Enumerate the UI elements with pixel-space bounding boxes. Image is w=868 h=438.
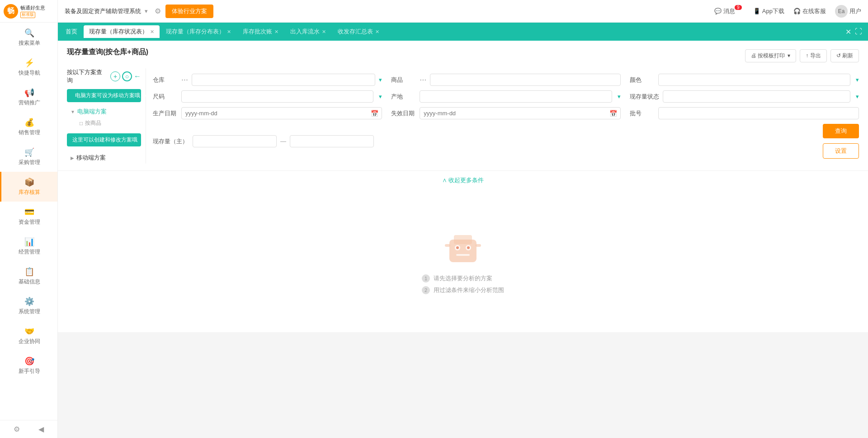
warehouse-input[interactable]	[192, 74, 375, 86]
origin-input[interactable]	[420, 90, 612, 103]
topbar: 装备及固定资产辅助管理系统 ▾ ⚙ 体验行业方案 💬 消息 9 📱 App下载 …	[58, 0, 868, 23]
batch-label: 批号	[630, 109, 655, 118]
svg-rect-6	[456, 254, 470, 256]
sidebar-item-guide[interactable]: 🎯 新手引导	[0, 351, 57, 381]
tree-node-pc[interactable]: ▼ 电脑端方案	[67, 106, 141, 118]
expire-date-label: 失效日期	[391, 109, 416, 118]
sidebar-item-sales[interactable]: 💰 销售管理	[0, 112, 57, 142]
expire-date-input[interactable]	[420, 107, 620, 119]
tab-home[interactable]: 首页	[60, 25, 83, 38]
size-field: 尺码 ▾	[153, 90, 382, 103]
stock-qty-min-input[interactable]	[193, 135, 277, 147]
prod-date-input[interactable]	[181, 107, 382, 119]
svg-point-4	[456, 246, 459, 249]
purchase-icon: 🛒	[24, 147, 34, 157]
warehouse-dropdown-icon[interactable]: ▾	[379, 76, 382, 83]
warehouse-field: 仓库 ··· ▾	[153, 74, 382, 86]
hint-num-1: 1	[422, 274, 430, 283]
prod-date-field: 生产日期 📅	[153, 107, 382, 119]
stock-qty-max-input[interactable]	[290, 135, 374, 147]
sidebar-item-basic[interactable]: 📋 基础信息	[0, 261, 57, 291]
settings-bottom-icon[interactable]: ⚙	[14, 425, 20, 433]
user-menu[interactable]: Ea 用户	[835, 5, 861, 18]
system-selector[interactable]: 装备及固定资产辅助管理系统 ▾	[65, 7, 148, 15]
print-btn[interactable]: 🖨 按模板打印 ▾	[745, 49, 797, 62]
search-btns: 查询 设置	[823, 124, 859, 159]
tab-fullscreen-icon[interactable]: ⛶	[855, 28, 862, 36]
export-btn[interactable]: ↑ 导出	[800, 49, 826, 62]
marketing-icon: 📢	[24, 88, 34, 98]
sidebar-item-system[interactable]: ⚙️ 系统管理	[0, 291, 57, 321]
refresh-btn[interactable]: ↺ 刷新	[830, 49, 859, 62]
sidebar-item-search[interactable]: 🔍 搜索菜单	[0, 23, 57, 52]
svg-rect-8	[476, 244, 481, 247]
stock-qty-range: —	[193, 135, 374, 147]
query-section: 现存量查询(按仓库+商品) 🖨 按模板打印 ▾ ↑ 导出 ↺ 刷新	[58, 41, 868, 170]
edit-scheme-btn[interactable]: ○	[122, 71, 132, 81]
batch-input[interactable]	[658, 107, 859, 119]
tooltip2-close-btn[interactable]: ✕	[140, 137, 146, 144]
stock-status-input[interactable]	[663, 90, 850, 103]
tab-close-summary[interactable]: ✕	[375, 29, 379, 35]
basic-icon: 📋	[24, 267, 34, 277]
origin-dropdown-icon[interactable]: ▾	[618, 93, 621, 100]
sidebar-item-purchase[interactable]: 🛒 采购管理	[0, 142, 57, 172]
reset-btn[interactable]: 设置	[823, 143, 859, 159]
tab-close-stock-dist[interactable]: ✕	[227, 29, 231, 35]
nav-icon: ⚡	[24, 58, 34, 68]
size-input[interactable]	[181, 90, 373, 103]
size-dropdown-icon[interactable]: ▾	[379, 93, 382, 100]
sidebar-bottom: ⚙ ◀	[0, 420, 57, 438]
sidebar-item-finance[interactable]: 💳 资金管理	[0, 202, 57, 231]
app-download-btn[interactable]: 📱 App下载	[753, 7, 784, 15]
tooltip1-close-btn[interactable]: ✕	[143, 92, 148, 99]
industry-btn[interactable]: 体验行业方案	[165, 5, 213, 18]
online-support-btn[interactable]: 🎧 在线客服	[793, 7, 826, 15]
sidebar-nav: 🔍 搜索菜单 ⚡ 快捷导航 📢 营销推广 💰 销售管理 🛒 采购管理 📦 库存核…	[0, 23, 57, 420]
tree-node-goods[interactable]: □ 按商品	[76, 118, 141, 129]
settings-gear-icon[interactable]: ⚙	[155, 7, 161, 15]
sidebar-logo: 畅 畅通好生意 标准版	[0, 0, 57, 23]
tab-close-stock-status[interactable]: ✕	[150, 29, 154, 35]
collapse-sidebar-icon[interactable]: ◀	[38, 425, 44, 433]
stock-qty-label: 现存量（主）	[153, 137, 189, 146]
refresh-icon: ↺	[836, 52, 842, 59]
tab-stock-status[interactable]: 现存量（库存状况表） ✕	[84, 25, 160, 38]
tab-batch[interactable]: 库存批次账 ✕	[237, 25, 284, 38]
hint-item-2: 2 用过滤条件来缩小分析范围	[422, 284, 504, 296]
svg-point-5	[467, 246, 470, 249]
tab-close-batch[interactable]: ✕	[274, 29, 278, 35]
expire-date-wrap: 📅	[420, 107, 620, 119]
tab-flow[interactable]: 出入库流水 ✕	[285, 25, 331, 38]
filter-arrow-icon[interactable]: ←	[134, 72, 141, 80]
sidebar: 畅 畅通好生意 标准版 🔍 搜索菜单 ⚡ 快捷导航 📢 营销推广 💰 销售管理 …	[0, 0, 58, 438]
message-btn[interactable]: 💬 消息 9	[714, 7, 744, 15]
tab-close-all-icon[interactable]: ✕	[845, 28, 851, 36]
tree-node-mobile[interactable]: ▶ 移动端方案	[67, 152, 141, 164]
tab-close-flow[interactable]: ✕	[322, 29, 326, 35]
collapse-more-btn[interactable]: ∧ 收起更多条件	[58, 170, 868, 190]
expire-date-calendar-icon: 📅	[609, 110, 617, 117]
stock-status-field: 现存量状态 ▾	[630, 90, 859, 103]
goods-input[interactable]	[430, 74, 620, 86]
sidebar-item-nav[interactable]: ⚡ 快捷导航	[0, 52, 57, 82]
tab-stock-dist[interactable]: 现存量（库存分布表） ✕	[160, 25, 236, 38]
color-dropdown-icon[interactable]: ▾	[856, 76, 859, 83]
add-scheme-btn[interactable]: +	[110, 71, 120, 81]
search-btn[interactable]: 查询	[823, 124, 859, 138]
color-label: 颜色	[630, 76, 655, 84]
filter-icons: + ○ ←	[110, 71, 141, 81]
expire-date-field: 失效日期 📅	[391, 107, 620, 119]
tab-summary[interactable]: 收发存汇总表 ✕	[332, 25, 385, 38]
sidebar-item-inventory[interactable]: 📦 库存核算	[0, 172, 57, 202]
color-input[interactable]	[658, 74, 850, 86]
sidebar-item-marketing[interactable]: 📢 营销推广	[0, 82, 57, 112]
stock-status-label: 现存量状态	[630, 93, 659, 101]
origin-field: 产地 ▾	[391, 90, 620, 103]
logo-text: 畅通好生意 标准版	[20, 5, 45, 18]
filter-left: 按以下方案查询 + ○ ← 电脑方案可设为移动方案哦 ✕	[67, 68, 146, 164]
sidebar-item-corp[interactable]: 🤝 企业协同	[0, 321, 57, 351]
stock-status-dropdown-icon[interactable]: ▾	[856, 93, 859, 100]
sidebar-item-management[interactable]: 📊 经营管理	[0, 231, 57, 261]
prod-date-label: 生产日期	[153, 109, 178, 118]
